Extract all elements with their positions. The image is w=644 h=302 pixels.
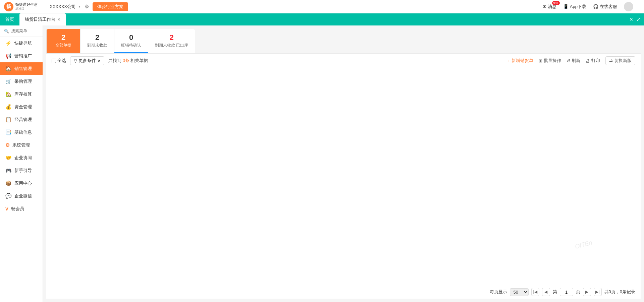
add-label: 新增销货单 — [512, 58, 533, 64]
marketing-icon: 📢 — [5, 53, 12, 59]
sidebar-item-purchase[interactable]: 🛒 采购管理 — [0, 75, 43, 88]
search-menu-label: 搜索菜单 — [11, 28, 27, 34]
sidebar-item-newcomer[interactable]: 🎮 新手引导 — [0, 164, 43, 177]
sidebar-item-label: 系统管理 — [12, 142, 30, 148]
purchase-icon: 🛒 — [5, 78, 12, 84]
stat-tab-wangpu[interactable]: 0 旺铺待确认 — [114, 29, 148, 53]
inventory-icon: 🏡 — [5, 91, 12, 97]
stat-label-wangpu: 旺铺待确认 — [121, 43, 141, 48]
tab-close-icon[interactable]: ✕ — [57, 17, 60, 22]
nav-close-icon[interactable]: ✕ — [629, 17, 633, 22]
headset-icon: 🎧 — [593, 4, 598, 9]
found-suffix: 相关单据 — [130, 58, 148, 63]
company-name: XXXXXX公司 — [50, 4, 76, 10]
sidebar-item-label: 资金管理 — [14, 104, 32, 110]
stat-num-shipped: 2 — [170, 33, 174, 42]
search-menu-item[interactable]: 🔍 搜索菜单 — [0, 25, 43, 37]
tab-home-label: 首页 — [5, 16, 14, 22]
stat-tab-all[interactable]: 2 全部单据 — [47, 29, 80, 53]
sidebar-item-sales[interactable]: 🏠 销售管理 — [0, 62, 43, 75]
first-page-button[interactable]: |◀ — [531, 288, 539, 296]
sidebar-item-system[interactable]: ⚙ 系统管理 — [0, 139, 43, 152]
sidebar-item-label: 基础信息 — [14, 129, 32, 135]
stat-label-shipped: 到期未收款 已出库 — [155, 43, 188, 48]
company-selector[interactable]: XXXXXX公司 ▼ — [50, 4, 81, 10]
avatar[interactable] — [624, 2, 633, 11]
settings-button[interactable]: ⚙ — [85, 3, 89, 10]
sidebar-item-operations[interactable]: 📋 经营管理 — [0, 113, 43, 126]
stat-label-overdue: 到期未收款 — [87, 43, 107, 48]
sidebar-item-basic-info[interactable]: 📑 基础信息 — [0, 126, 43, 139]
sidebar-item-finance[interactable]: 💰 资金管理 — [0, 101, 43, 113]
top-header: 畅 畅捷通好生意 标准版 XXXXXX公司 ▼ ⚙ 体验行业方案 ✉ 消息 99… — [0, 0, 644, 13]
found-prefix: 共找到 — [108, 58, 121, 63]
filter-button[interactable]: ▽ 更多条件 ∨ — [70, 56, 104, 65]
toolbar-left: 全选 ▽ 更多条件 ∨ 共找到 0条 相关单据 — [52, 56, 148, 65]
sidebar-item-label: 企业协同 — [14, 155, 32, 161]
refresh-button[interactable]: ↺ 刷新 — [567, 58, 580, 64]
nav-expand-icon[interactable]: ⤢ — [637, 17, 641, 22]
prev-page-button[interactable]: ◀ — [542, 288, 550, 296]
app-tag: 标准版 — [15, 7, 38, 11]
sidebar-item-inventory[interactable]: 🏡 库存核算 — [0, 88, 43, 101]
batch-label: 批量操作 — [544, 58, 561, 64]
select-all-input[interactable] — [52, 59, 56, 63]
message-badge: 99+ — [552, 1, 560, 5]
switch-icon: ⇄ — [609, 58, 613, 63]
company-dropdown-arrow: ▼ — [78, 5, 81, 8]
online-service-button[interactable]: 🎧 在线客服 — [593, 4, 617, 10]
sidebar-item-marketing[interactable]: 📢 营销推广 — [0, 50, 43, 62]
tab-workbench-label: 钱货日清工作台 — [25, 16, 55, 22]
sidebar-item-label: 采购管理 — [14, 78, 32, 84]
message-icon: ✉ — [543, 4, 546, 9]
add-sales-order-button[interactable]: + 新增销货单 — [507, 58, 533, 64]
basic-info-icon: 📑 — [5, 129, 12, 135]
sidebar-item-label: 畅会员 — [11, 206, 24, 212]
sidebar-item-label: 应用中心 — [14, 180, 32, 186]
quick-nav-icon: ⚡ — [5, 40, 12, 46]
app-download-icon: 📱 — [563, 4, 569, 9]
stat-num-wangpu: 0 — [129, 33, 133, 42]
page-num-input[interactable] — [560, 288, 573, 296]
filter-label: 更多条件 — [78, 58, 96, 64]
print-icon: 🖨 — [586, 58, 590, 63]
app-name: 畅捷通好生意 — [15, 2, 38, 7]
filter-icon: ▽ — [74, 58, 77, 63]
next-page-button[interactable]: ▶ — [583, 288, 591, 296]
sidebar-item-label: 快捷导航 — [14, 40, 32, 46]
page-label: 第 — [553, 289, 557, 295]
experience-button[interactable]: 体验行业方案 — [93, 2, 128, 11]
sidebar-item-quick-nav[interactable]: ⚡ 快捷导航 — [0, 37, 43, 50]
app-download-label: App下载 — [570, 4, 586, 10]
stat-num-overdue: 2 — [95, 33, 99, 42]
sidebar-item-enterprise-collab[interactable]: 🤝 企业协同 — [0, 152, 43, 164]
found-text: 共找到 0条 相关单据 — [108, 58, 148, 64]
select-all-checkbox[interactable]: 全选 — [52, 58, 66, 64]
page-suffix: 页 — [576, 289, 580, 295]
enterprise-collab-icon: 🤝 — [5, 155, 12, 161]
sidebar-item-enterprise-wechat[interactable]: 💬 企业微信 — [0, 190, 43, 202]
message-button[interactable]: ✉ 消息 99+ — [543, 4, 556, 10]
app-download-button[interactable]: 📱 App下载 — [563, 4, 586, 10]
last-page-button[interactable]: ▶| — [594, 288, 602, 296]
tab-workbench[interactable]: 钱货日清工作台 ✕ — [19, 13, 66, 25]
logo-icon: 畅 — [4, 2, 13, 11]
stat-tab-overdue[interactable]: 2 到期未收款 — [80, 29, 114, 53]
stat-label-all: 全部单据 — [55, 43, 71, 48]
sidebar-item-label: 新手引导 — [14, 168, 32, 174]
stat-tab-shipped[interactable]: 2 到期未收款 已出库 — [148, 29, 195, 53]
sidebar-item-label: 库存核算 — [14, 91, 32, 97]
header-right: ✉ 消息 99+ 📱 App下载 🎧 在线客服 — [543, 2, 640, 11]
tab-home[interactable]: 首页 — [0, 13, 19, 25]
per-page-label: 每页显示 — [490, 289, 507, 295]
per-page-select[interactable]: 50 20 100 — [510, 288, 529, 296]
switch-label: 切换新版 — [614, 58, 632, 64]
add-icon: + — [507, 58, 510, 63]
sidebar-item-app-center[interactable]: 📦 应用中心 — [0, 177, 43, 190]
toolbar: 全选 ▽ 更多条件 ∨ 共找到 0条 相关单据 + 新增销货单 — [46, 53, 641, 68]
switch-version-button[interactable]: ⇄ 切换新版 — [605, 56, 635, 65]
print-button[interactable]: 🖨 打印 — [586, 58, 600, 64]
sidebar-item-vip[interactable]: V 畅会员 — [0, 202, 43, 215]
batch-operation-button[interactable]: ⊞ 批量操作 — [539, 58, 561, 64]
stat-num-all: 2 — [61, 33, 65, 42]
